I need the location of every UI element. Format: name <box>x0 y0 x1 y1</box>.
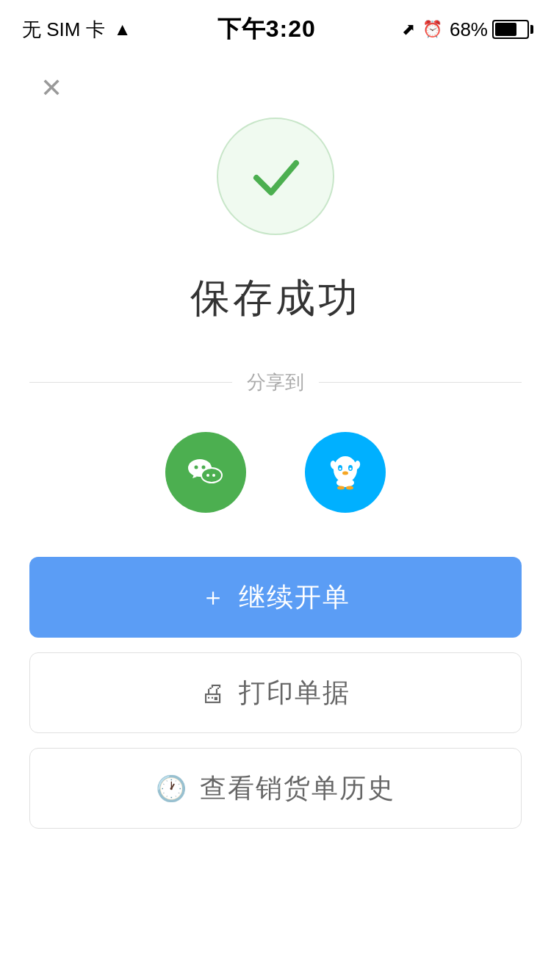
svg-point-1 <box>201 468 222 483</box>
location-icon: ⬈ <box>402 20 415 39</box>
printer-icon: 🖨 <box>201 679 227 707</box>
share-divider: 分享到 <box>29 370 522 395</box>
success-circle <box>217 118 334 235</box>
battery-container: 68% <box>450 18 529 41</box>
main-content: 保存成功 分享到 <box>0 59 551 829</box>
checkmark-icon <box>246 147 305 206</box>
success-title: 保存成功 <box>190 272 361 325</box>
divider-line-right <box>319 382 522 383</box>
battery-percent: 68% <box>450 18 488 41</box>
action-buttons: ＋ 继续开单 🖨 打印单据 🕐 查看销货单历史 <box>0 557 551 829</box>
plus-icon: ＋ <box>201 580 227 614</box>
status-left: 无 SIM 卡 ▲ <box>22 17 131 43</box>
divider-line-left <box>29 382 232 383</box>
history-label: 查看销货单历史 <box>200 771 395 807</box>
print-label: 打印单据 <box>239 675 350 711</box>
svg-point-17 <box>346 486 353 490</box>
svg-point-16 <box>337 486 345 490</box>
svg-point-2 <box>195 466 198 469</box>
svg-point-8 <box>336 478 354 487</box>
history-button[interactable]: 🕐 查看销货单历史 <box>29 748 522 829</box>
alarm-icon: ⏰ <box>422 20 442 39</box>
clock-icon: 🕐 <box>156 774 188 803</box>
close-button[interactable]: ✕ <box>29 66 73 110</box>
continue-button[interactable]: ＋ 继续开单 <box>29 557 522 638</box>
battery-fill <box>495 23 516 36</box>
wechat-share-button[interactable] <box>165 432 246 513</box>
wifi-icon: ▲ <box>114 19 132 40</box>
close-icon: ✕ <box>40 73 62 104</box>
no-sim-text: 无 SIM 卡 <box>22 17 105 43</box>
wechat-icon <box>182 449 229 496</box>
battery-icon <box>492 20 529 39</box>
continue-label: 继续开单 <box>239 580 350 616</box>
svg-point-3 <box>202 466 206 469</box>
svg-point-11 <box>339 468 342 470</box>
svg-point-12 <box>350 468 352 470</box>
svg-point-5 <box>212 474 215 477</box>
share-label: 分享到 <box>247 370 304 395</box>
qq-icon <box>322 449 369 496</box>
status-right: ⬈ ⏰ 68% <box>402 18 529 41</box>
svg-point-13 <box>342 472 348 475</box>
status-bar: 无 SIM 卡 ▲ 下午3:20 ⬈ ⏰ 68% <box>0 0 551 59</box>
svg-point-4 <box>206 474 209 477</box>
status-time: 下午3:20 <box>217 13 316 46</box>
qq-share-button[interactable] <box>305 432 386 513</box>
print-button[interactable]: 🖨 打印单据 <box>29 652 522 733</box>
share-icons-row <box>29 432 522 513</box>
share-section: 分享到 <box>0 370 551 513</box>
